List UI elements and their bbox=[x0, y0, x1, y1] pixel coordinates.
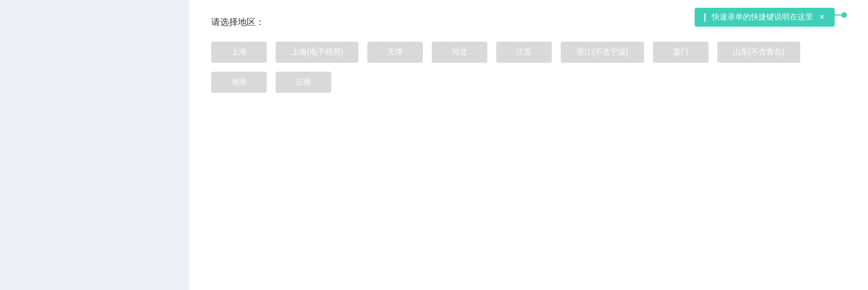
region-btn-zhejiang[interactable]: 浙江(不含宁波) bbox=[561, 42, 643, 63]
region-btn-tianjin[interactable]: 天津 bbox=[367, 42, 423, 63]
tooltip-close-button[interactable]: × bbox=[819, 13, 826, 22]
sidebar bbox=[0, 0, 189, 290]
region-btn-jiangsu[interactable]: 江苏 bbox=[496, 42, 552, 63]
region-btn-hebei[interactable]: 河北 bbox=[432, 42, 487, 63]
region-btn-yunnan[interactable]: 云南 bbox=[276, 72, 331, 93]
region-btn-xiamen[interactable]: 厦门 bbox=[653, 42, 709, 63]
tooltip-banner: 快速录单的快捷键说明在这里 × bbox=[695, 8, 835, 27]
region-btn-shanghai-etax[interactable]: 上海(电子税局) bbox=[276, 42, 358, 63]
region-btn-shanghai[interactable]: 上海 bbox=[211, 42, 267, 63]
main-content: 请选择地区： 上海上海(电子税局)天津河北江苏浙江(不含宁波)厦门山东(不含青岛… bbox=[189, 0, 868, 290]
tooltip-dot bbox=[841, 12, 847, 18]
tooltip-text: 快速录单的快捷键说明在这里 bbox=[712, 12, 813, 22]
region-btn-hainan[interactable]: 海南 bbox=[211, 72, 267, 93]
region-buttons-container: 上海上海(电子税局)天津河北江苏浙江(不含宁波)厦门山东(不含青岛)海南云南 bbox=[211, 42, 846, 93]
region-btn-shandong[interactable]: 山东(不含青岛) bbox=[717, 42, 800, 63]
